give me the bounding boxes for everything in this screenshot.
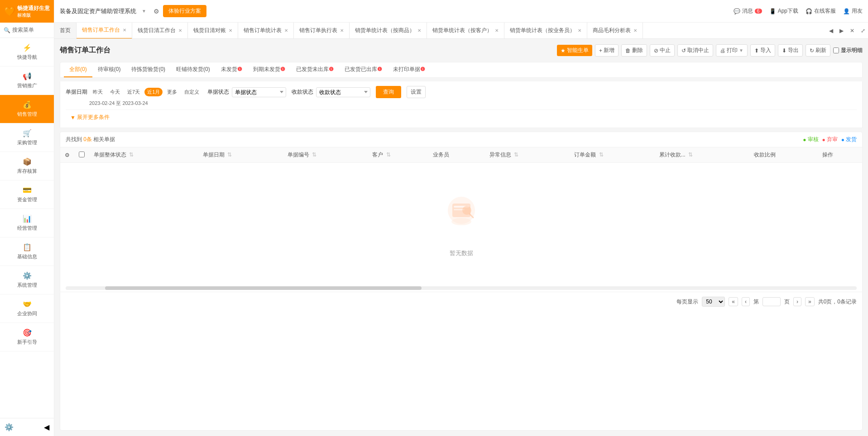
date-opt-7days[interactable]: 近7天 <box>125 88 143 96</box>
tabs-next-btn[interactable]: ▶ <box>837 23 846 39</box>
query-button[interactable]: 查询 <box>376 86 401 98</box>
sub-tab-pending-inspect[interactable]: 待拣货验货(0) <box>126 62 171 77</box>
tab-sales-stat-staff[interactable]: 销货单统计表（按业务员） ✕ <box>504 23 587 39</box>
sort-abnormal-icon[interactable]: ⇅ <box>514 152 518 158</box>
export-button[interactable]: ⬇ 导出 <box>778 44 803 57</box>
print-button[interactable]: 🖨 打印 ▼ <box>716 44 748 57</box>
refresh-button[interactable]: ↻ 刷新 <box>806 44 830 57</box>
page-next-btn[interactable]: › <box>793 297 801 306</box>
sort-collected-icon[interactable]: ⇅ <box>688 152 693 158</box>
stop-button[interactable]: ⊘ 中止 <box>650 44 675 57</box>
sidebar-item-finance[interactable]: 💳 资金管理 <box>0 180 54 209</box>
tab-cash-daily-close[interactable]: ✕ <box>178 28 182 33</box>
settings-icon[interactable]: ⚙️ <box>5 423 14 431</box>
tabs-prev-btn[interactable]: ◀ <box>826 23 836 39</box>
sidebar-item-purchase[interactable]: 🛒 采购管理 <box>0 123 54 152</box>
sidebar-item-basic-info[interactable]: 📋 基础信息 <box>0 237 54 266</box>
tab-sales-exec-close[interactable]: ✕ <box>340 28 344 33</box>
cancel-stop-button[interactable]: ↺ 取消中止 <box>677 44 713 57</box>
message-action[interactable]: 💬 消息 6 <box>734 7 762 15</box>
sidebar-item-system[interactable]: ⚙️ 系统管理 <box>0 266 54 294</box>
sidebar-item-marketing[interactable]: 📢 营销推广 <box>0 66 54 95</box>
inventory-label: 库存核算 <box>17 168 37 175</box>
tab-cash-reconcile[interactable]: 钱货日清对账 ✕ <box>188 23 238 39</box>
tab-sales-stat-product[interactable]: 销货单统计表（按商品） ✕ <box>350 23 427 39</box>
sidebar-item-inventory[interactable]: 📦 库存核算 <box>0 152 54 180</box>
sub-tab-overdue-ship[interactable]: 到期未发货❶ <box>248 62 291 77</box>
page-size-select[interactable]: 50 100 <box>702 297 725 307</box>
tab-sales-stat-close[interactable]: ✕ <box>284 28 288 33</box>
payment-select[interactable]: 收款状态 <box>316 87 370 97</box>
sub-tab-not-shipped[interactable]: 未发货❶ <box>216 62 248 77</box>
tab-sales-order-close[interactable]: ✕ <box>123 28 126 33</box>
status-filter-label: 单据状态 <box>207 88 229 96</box>
sort-number-icon[interactable]: ⇅ <box>312 152 317 158</box>
tab-sales-stat-staff-close[interactable]: ✕ <box>578 28 581 33</box>
col-status: 单据整体状态 ⇅ <box>89 147 198 163</box>
sub-tab-shipped-out[interactable]: 已发货已出库❶ <box>339 62 388 77</box>
sort-amount-icon[interactable]: ⇅ <box>599 152 604 158</box>
col-settings[interactable]: ⚙ <box>60 147 74 163</box>
sub-tab-all[interactable]: 全部(0) <box>64 62 92 77</box>
add-button[interactable]: + 新增 <box>595 44 619 57</box>
sidebar-item-cooperation[interactable]: 🤝 企业协同 <box>0 294 54 323</box>
online-service-action[interactable]: 🎧 在线客服 <box>806 7 836 15</box>
date-opt-today[interactable]: 今天 <box>107 88 123 96</box>
date-opt-1month[interactable]: 近1月 <box>144 88 163 96</box>
batch-cancel-button[interactable]: ● 弃审 <box>822 136 838 143</box>
horizontal-scrollbar[interactable] <box>66 286 857 290</box>
app-download-action[interactable]: 📱 App下载 <box>769 7 798 15</box>
page-number-input[interactable]: 1 <box>762 297 781 306</box>
batch-ship-button[interactable]: ● 发货 <box>841 136 857 143</box>
import-button[interactable]: ⬆ 导入 <box>750 44 775 57</box>
tab-cash-reconcile-close[interactable]: ✕ <box>229 28 232 33</box>
tab-cash-daily[interactable]: 钱货日清工作台 ✕ <box>132 23 188 39</box>
sidebar-item-guide[interactable]: 🎯 新手引导 <box>0 323 54 351</box>
gear-settings-icon[interactable]: ⚙ <box>153 8 159 15</box>
detail-checkbox[interactable] <box>833 47 839 53</box>
sidebar-item-operations[interactable]: 📊 经营管理 <box>0 209 54 237</box>
col-checkbox[interactable] <box>74 147 89 163</box>
sort-status-icon[interactable]: ⇅ <box>129 152 134 158</box>
tab-home[interactable]: 首页 <box>54 23 77 39</box>
sub-tab-pending-review[interactable]: 待审核(0) <box>92 62 126 77</box>
batch-audit-button[interactable]: ● 审核 <box>803 136 818 143</box>
delete-button[interactable]: 🗑 删除 <box>621 44 647 57</box>
date-opt-more[interactable]: 更多 <box>164 88 180 96</box>
status-select[interactable]: 单据状态 <box>232 87 286 97</box>
tab-sales-exec[interactable]: 销售订单执行表 ✕ <box>294 23 350 39</box>
sort-customer-icon[interactable]: ⇅ <box>386 152 391 158</box>
dropdown-icon[interactable]: ▼ <box>142 9 146 14</box>
settings-filter-button[interactable]: 设置 <box>407 86 426 98</box>
smart-create-button[interactable]: ★ 智能生单 <box>557 45 592 56</box>
sidebar-search[interactable]: 🔍 搜索菜单 <box>0 23 54 38</box>
tab-sales-stat-customer-close[interactable]: ✕ <box>495 28 499 33</box>
scroll-thumb[interactable] <box>105 286 422 290</box>
sidebar-item-sales[interactable]: 💰 销售管理 <box>0 95 54 123</box>
date-opt-custom[interactable]: 自定义 <box>182 88 202 96</box>
sub-tab-wangpu-ship[interactable]: 旺铺待发货(0) <box>171 62 216 77</box>
tab-sales-stat[interactable]: 销售订单统计表 ✕ <box>238 23 294 39</box>
page-first-btn[interactable]: « <box>729 297 738 306</box>
tab-sales-stat-customer[interactable]: 销货单统计表（按客户） ✕ <box>427 23 504 39</box>
collapse-icon[interactable]: ◀ <box>44 423 49 431</box>
tabs-expand-btn[interactable]: ⤢ <box>858 23 868 39</box>
tab-product-margin[interactable]: 商品毛利分析表 ✕ <box>587 23 643 39</box>
sub-tab-shipped-not-out[interactable]: 已发货未出库❶ <box>291 62 339 77</box>
tab-sales-order[interactable]: 销售订单工作台 ✕ <box>77 23 132 39</box>
page-last-btn[interactable]: » <box>805 297 815 306</box>
tab-product-margin-close[interactable]: ✕ <box>633 28 637 33</box>
sub-tab-not-printed[interactable]: 未打印单据❶ <box>388 62 431 77</box>
date-opt-yesterday[interactable]: 昨天 <box>90 88 106 96</box>
page-prev-btn[interactable]: ‹ <box>742 297 750 306</box>
sidebar-item-quick-nav[interactable]: ⚡ 快捷导航 <box>0 38 54 66</box>
detail-checkbox-label[interactable]: 显示明细 <box>833 47 863 54</box>
tabs-close-btn[interactable]: ✕ <box>847 23 857 39</box>
user-action[interactable]: 👤 用友 <box>843 7 863 15</box>
tab-sales-stat-product-close[interactable]: ✕ <box>417 28 421 33</box>
select-all-checkbox[interactable] <box>79 152 85 157</box>
logo-icon: 🧡 <box>4 6 15 17</box>
solution-button[interactable]: 体验行业方案 <box>163 5 206 17</box>
expand-conditions-button[interactable]: ▼ 展开更多条件 <box>66 112 857 123</box>
sort-date-icon[interactable]: ⇅ <box>227 152 232 158</box>
